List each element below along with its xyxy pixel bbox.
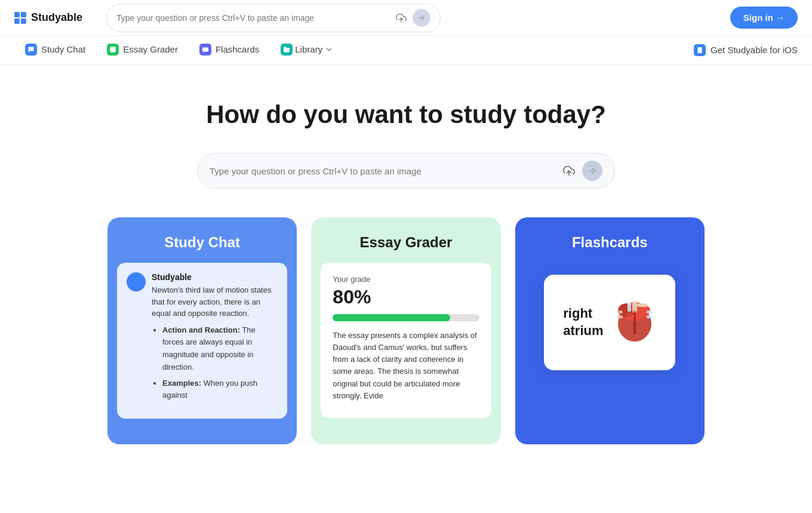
logo-text: Studyable <box>31 11 82 24</box>
nav-search-submit[interactable] <box>413 9 430 27</box>
study-chat-card-content: Studyable Newton's third law of motion s… <box>107 263 297 444</box>
library-dropdown-icon <box>325 45 333 54</box>
svg-point-23 <box>625 313 635 320</box>
grade-value: 80% <box>333 286 479 308</box>
svg-rect-18 <box>647 311 653 314</box>
chat-bullet-1-title: Action and Reaction: <box>162 325 240 334</box>
flashcards-card-title: Flashcards <box>515 217 705 263</box>
svg-rect-2 <box>110 47 116 52</box>
logo[interactable]: Studyable <box>14 11 82 24</box>
study-chat-card-title: Study Chat <box>107 217 297 263</box>
library-tab-icon <box>281 44 293 56</box>
tab-library[interactable]: Library <box>270 36 344 64</box>
nav-search-input[interactable] <box>116 13 390 23</box>
essay-grader-inner: Your grade 80% The essay presents a comp… <box>321 263 491 418</box>
get-ios-link[interactable]: Get Studyable for iOS <box>694 44 798 56</box>
nav-search-bar <box>106 4 441 32</box>
headline: How do you want to study today? <box>206 100 606 129</box>
chat-username: Studyable <box>152 272 278 282</box>
chat-bullet-2: Examples: When you push against <box>162 377 278 403</box>
progress-bar-fill <box>333 314 450 321</box>
tab-essay-grader-label: Essay Grader <box>123 44 178 54</box>
main-search-submit[interactable] <box>582 161 602 181</box>
svg-rect-16 <box>637 303 648 307</box>
flashcards-card-content: rightatrium <box>515 263 705 444</box>
ios-icon <box>694 44 706 56</box>
essay-grader-card-title: Essay Grader <box>311 217 500 263</box>
svg-rect-17 <box>628 302 631 312</box>
flashcards-card[interactable]: Flashcards rightatrium <box>515 217 705 444</box>
svg-rect-22 <box>633 311 636 334</box>
main-content: How do you want to study today? Study Ch… <box>0 64 812 468</box>
chat-message: Studyable Newton's third law of motion s… <box>127 272 278 402</box>
tab-study-chat[interactable]: Study Chat <box>14 36 96 64</box>
essay-grader-tab-icon <box>107 44 119 56</box>
chat-bullet-list: Action and Reaction: The forces are alwa… <box>152 324 278 403</box>
flashcards-tab-icon <box>199 44 211 56</box>
essay-grader-card[interactable]: Essay Grader Your grade 80% The essay pr… <box>311 217 500 444</box>
svg-rect-5 <box>202 47 208 51</box>
svg-rect-7 <box>698 47 702 53</box>
main-search-bar <box>197 153 615 189</box>
tab-essay-grader[interactable]: Essay Grader <box>96 36 189 64</box>
tab-study-chat-label: Study Chat <box>41 44 85 54</box>
nav-right: Sign in → <box>730 7 798 29</box>
chat-bullet-1: Action and Reaction: The forces are alwa… <box>162 324 278 374</box>
navbar: Studyable Sign in → <box>0 0 812 36</box>
chat-bubble-area: Studyable Newton's third law of motion s… <box>117 263 287 419</box>
chat-message-text: Newton's third law of motion states that… <box>152 284 278 320</box>
tab-flashcards-label: Flashcards <box>216 44 259 54</box>
grade-label: Your grade <box>333 275 479 284</box>
tab-library-label: Library <box>295 44 322 54</box>
chat-bullet-2-title: Examples: <box>162 379 201 388</box>
logo-icon <box>14 12 26 24</box>
flashcard-container: rightatrium <box>515 263 705 382</box>
nav-upload-icon[interactable] <box>396 13 407 23</box>
essay-grader-card-content: Your grade 80% The essay presents a comp… <box>311 263 500 444</box>
svg-rect-21 <box>617 315 623 318</box>
tab-flashcards[interactable]: Flashcards <box>189 36 270 64</box>
flashcard[interactable]: rightatrium <box>544 275 675 370</box>
study-chat-tab-icon <box>25 44 37 56</box>
essay-feedback-text: The essay presents a complex analysis of… <box>333 330 479 402</box>
sign-in-button[interactable]: Sign in → <box>730 7 798 29</box>
svg-rect-20 <box>617 311 623 314</box>
get-ios-label: Get Studyable for iOS <box>710 45 798 55</box>
nav-tabs: Study Chat Essay Grader Flashcards Libra… <box>0 36 812 64</box>
main-search-input[interactable] <box>210 166 556 176</box>
cards-row: Study Chat Studyable Newton's third law … <box>107 217 705 444</box>
svg-rect-19 <box>647 315 653 318</box>
main-upload-icon[interactable] <box>563 165 575 177</box>
study-chat-card[interactable]: Study Chat Studyable Newton's third law … <box>107 217 297 444</box>
chat-message-body: Studyable Newton's third law of motion s… <box>152 272 278 402</box>
progress-bar-background <box>333 314 479 321</box>
chat-avatar <box>127 272 146 291</box>
heart-anatomy-image <box>613 299 656 346</box>
flashcard-term: rightatrium <box>563 305 603 339</box>
